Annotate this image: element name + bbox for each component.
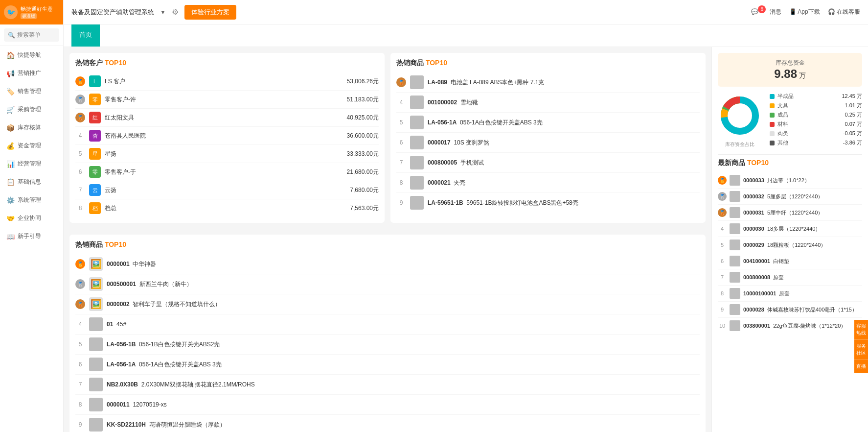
np-img	[730, 288, 740, 299]
sidebar-item-operation[interactable]: 📊 经营管理	[0, 155, 63, 173]
list-item: 7 000800005 手机测试	[396, 153, 700, 173]
np-img	[730, 175, 740, 186]
list-item: 9 KK-SD22110H 花语萌恒温分腿睡袋（厚款）	[75, 415, 700, 432]
customer-name: 苍南县人民医院	[105, 132, 343, 140]
rank-num: 9	[718, 307, 727, 312]
main-wrapper: 装备及固定资产辅助管理系统 ▼ ⚙ 体验行业方案 💬 6 消息 📱 App下载 …	[64, 0, 868, 432]
sidebar: 🐦 畅捷通好生意 标准版 🔍 搜索菜单 🏠 快捷导航 📢 营销推广 🏷️ 销售管…	[0, 0, 64, 432]
product-name: KK-SD22110H 花语萌恒温分腿睡袋（厚款）	[107, 421, 700, 429]
chart-legend: 半成品 12.45 万 文具 1.01 万 成品 0.25 万	[770, 93, 862, 148]
list-item: 4 001000002 雪地靴	[396, 93, 700, 113]
list-item: 🥈 零 零售客户-许 51,183.00元	[75, 91, 379, 109]
customer-value: 51,183.00元	[347, 96, 379, 104]
product-img	[410, 75, 424, 89]
np-img	[730, 256, 740, 266]
rank-num: 9	[396, 199, 406, 206]
new-product-item: 9 0000028 体碱嘉枚味苏打饮品400毫升（1*15）	[718, 302, 862, 318]
avatar: 零	[89, 166, 101, 178]
customer-value: 36,600.00元	[347, 132, 379, 140]
search-menu-button[interactable]: 🔍 搜索菜单	[4, 28, 59, 42]
rank-num: 7	[75, 187, 85, 193]
product-img	[410, 176, 424, 190]
sidebar-item-finance[interactable]: 💰 资金管理	[0, 137, 63, 155]
donut-chart-wrapper: 库存资金占比	[718, 94, 762, 148]
rank-num: 5	[75, 150, 85, 157]
message-icon: 💬	[751, 8, 758, 15]
product-name: 0000021 夹壳	[428, 179, 700, 187]
product-img	[89, 398, 103, 411]
product-name: 0000001 中华神器	[107, 260, 700, 268]
online-service[interactable]: 🎧 在线客服	[828, 8, 860, 16]
product-name: 001000002 雪地靴	[428, 98, 700, 107]
book-icon: 📖	[6, 233, 15, 240]
sidebar-item-corp[interactable]: 🤝 企业协同	[0, 209, 63, 227]
np-img	[730, 320, 740, 331]
inventory-amount: 9.88	[774, 67, 797, 80]
rank-num: 5	[718, 242, 727, 248]
sidebar-item-system[interactable]: ⚙️ 系统管理	[0, 191, 63, 209]
rank-num: 7	[75, 381, 85, 388]
rank-medal-gold: 🥇	[718, 176, 727, 185]
customers-card-title: 热销客户 TOP10	[75, 59, 379, 68]
new-product-item: 4 0000030 18多层（1220*2440）	[718, 221, 862, 237]
avatar: 云	[89, 184, 101, 196]
new-products-title: 最新商品 TOP10	[718, 159, 862, 168]
float-live[interactable]: 直播	[854, 360, 868, 373]
rank-num: 6	[75, 361, 85, 368]
rank-num: 6	[75, 168, 85, 175]
product-name: 0000017 10S 变刹罗煞	[428, 139, 700, 147]
legend-dot	[770, 103, 775, 108]
avatar: 零	[89, 94, 101, 105]
system-dropdown[interactable]: ▼	[160, 9, 166, 16]
customer-value: 21,680.00元	[347, 168, 379, 176]
tag-icon: 🏷️	[6, 88, 15, 96]
np-name: 0000031 5厘中纤（1220*2440）	[743, 209, 862, 216]
avatar: L	[89, 75, 101, 87]
product-img	[89, 337, 103, 351]
hot-products-card: 热销商品 TOP10 🥇 🖼️ 0000001 中华神器 🥈 🖼️ 000500…	[69, 235, 706, 432]
app-download[interactable]: 📱 App下载	[789, 8, 820, 16]
chart-icon: 📊	[6, 160, 15, 168]
rank-medal-bronze: 🥉	[75, 113, 85, 122]
np-name: 0000028 体碱嘉枚味苏打饮品400毫升（1*15）	[743, 306, 862, 313]
list-item: 8 档 档总 7,563.00元	[75, 199, 379, 217]
list-item: 4 01 45#	[75, 314, 700, 335]
list-item: 🥇 L LS 客户 53,006.26元	[75, 72, 379, 91]
rank-num: 8	[75, 401, 85, 408]
sidebar-item-marketing[interactable]: 📢 营销推广	[0, 64, 63, 82]
list-item: 9 LA-59651-1B 59651-1B旋转投影灯电池盒ABS黑色+58壳	[396, 193, 700, 213]
sidebar-item-sales[interactable]: 🏷️ 销售管理	[0, 82, 63, 100]
sidebar-item-quick[interactable]: 🏠 快捷导航	[0, 46, 63, 64]
sidebar-item-inventory[interactable]: 📦 库存核算	[0, 119, 63, 137]
sidebar-item-basic[interactable]: 📋 基础信息	[0, 173, 63, 191]
new-product-item: 8 10000100001 原奎	[718, 286, 862, 302]
customer-value: 53,006.26元	[347, 77, 379, 86]
content-nav: 首页	[64, 24, 868, 47]
product-name: LA-089 电池盖 LA-089 ABS本色+黑种 7.1克	[428, 78, 700, 87]
hot-products-title: 热销商品 TOP10	[75, 240, 700, 249]
new-products-section: 最新商品 TOP10 🥇 0000033 封边带（1.0*22） 🥈 00000…	[718, 159, 862, 334]
tab-home[interactable]: 首页	[71, 24, 100, 47]
list-item: 🥉 LA-089 电池盖 LA-089 ABS本色+黑种 7.1克	[396, 72, 700, 93]
content-left: 热销客户 TOP10 🥇 L LS 客户 53,006.26元 🥈 零 零售客户…	[64, 47, 711, 432]
box-icon: 📦	[6, 124, 15, 132]
topbar-right: 💬 6 消息 📱 App下载 🎧 在线客服	[751, 8, 860, 16]
np-name: 0000030 18多层（1220*2440）	[743, 225, 862, 233]
customer-name: 星扬	[105, 150, 343, 158]
trial-button[interactable]: 体验行业方案	[184, 5, 236, 20]
rank-num: 9	[75, 421, 85, 428]
float-service-community[interactable]: 服务 社区	[854, 340, 868, 360]
sidebar-item-purchase[interactable]: 🛒 采购管理	[0, 100, 63, 119]
sidebar-item-guide[interactable]: 📖 新手引导	[0, 227, 63, 245]
product-img	[89, 317, 103, 331]
rank-num: 5	[75, 341, 85, 348]
float-service-hotline[interactable]: 客服 热线	[854, 320, 868, 340]
legend-dot	[770, 141, 775, 145]
np-name: 10000100001 原奎	[743, 290, 862, 297]
messages-area[interactable]: 💬 6 消息	[751, 8, 781, 16]
list-icon: 📋	[6, 178, 15, 186]
np-name: 003800001 22g鱼豆腐-烧烤味（1*12*20）	[743, 322, 862, 330]
customer-name: 云扬	[105, 186, 346, 194]
sidebar-search[interactable]: 🔍 搜索菜单	[0, 24, 63, 46]
settings-icon[interactable]: ⚙	[172, 7, 179, 17]
